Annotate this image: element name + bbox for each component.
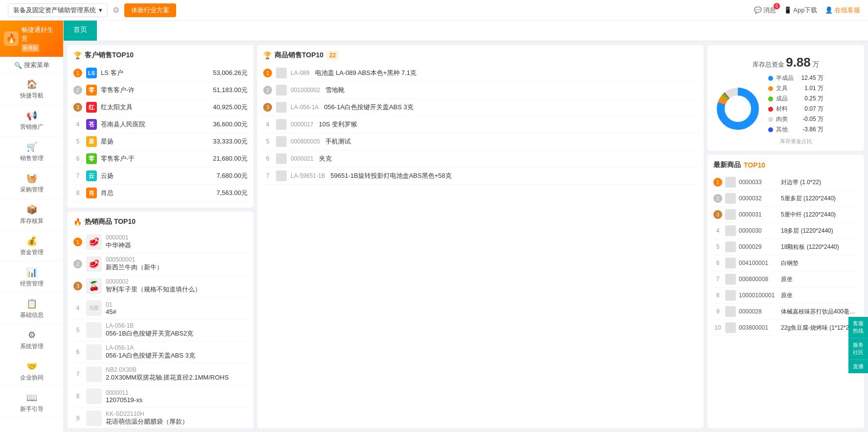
- notification-button[interactable]: 💬 消息 6: [754, 6, 777, 15]
- sidebar-item-purchase[interactable]: 🧺 采购管理: [0, 168, 63, 199]
- customer-amount: 21,680.00元: [213, 154, 248, 163]
- rank-number: 4: [263, 121, 272, 128]
- rank-number: 3: [73, 103, 82, 112]
- right-panel: 库存总资金 9.88 万: [708, 45, 864, 428]
- sidebar-item-basic[interactable]: 📋 基础信息: [0, 293, 63, 325]
- rank-number: 8: [713, 292, 722, 299]
- legend-dot: [768, 117, 773, 122]
- rank-number: 2: [713, 194, 722, 203]
- customer-ranking-card: 🏆 客户销售TOP10 1 LS LS 客户 53,006.26元 2 零: [68, 45, 253, 208]
- notification-badge: 6: [774, 3, 780, 9]
- product-info: LA-59651-1B 59651-1B旋转投影灯电池盒ABS黑色+58克: [291, 171, 698, 180]
- new-products-label: 最新商品: [713, 161, 741, 169]
- sidebar-item-operations[interactable]: 📊 经营管理: [0, 262, 63, 293]
- product-name: 5厘中纤 (1220*2440): [781, 211, 858, 219]
- sidebar-item-marketing[interactable]: 📢 营销推广: [0, 105, 63, 137]
- system-selector[interactable]: 装备及固定资产辅助管理系统 ▾: [8, 3, 108, 17]
- product-code: 0000030: [739, 227, 778, 234]
- legend-name: 材料: [776, 105, 794, 113]
- sidebar-item-inventory[interactable]: 📦 库存核算: [0, 199, 63, 231]
- app-download-button[interactable]: 📱 App下载: [784, 6, 817, 15]
- sidebar-item-sales[interactable]: 🛒 销售管理: [0, 137, 63, 168]
- legend-item: 成品 0.25 万: [768, 95, 823, 103]
- product-image: 🍒: [86, 278, 102, 294]
- legend-value: 12.45 万: [797, 74, 823, 82]
- content-area: 首页 🏆 客户销售TOP10 1 LS LS 客户: [64, 21, 868, 432]
- goods-ranking-title: 🏆 商品销售TOP10 22: [263, 51, 698, 60]
- product-code: 0000033: [739, 179, 778, 186]
- live-button[interactable]: 直播: [848, 360, 868, 373]
- product-name: 原坐: [781, 275, 858, 284]
- basic-icon: 📋: [26, 298, 37, 309]
- rank-number: 7: [73, 371, 82, 378]
- product-info: 0000001 中华神器: [106, 234, 248, 250]
- sidebar-item-finance[interactable]: 💰 资金管理: [0, 231, 63, 262]
- inventory-label: 库存总资金: [753, 61, 784, 68]
- customer-name: 云扬: [101, 171, 212, 180]
- product-code: 0000032: [739, 195, 778, 202]
- legend-item: 文具 1.01 万: [768, 84, 823, 93]
- sidebar-item-search[interactable]: 🔍 搜索菜单: [0, 57, 63, 74]
- table-row: 5 000800005 手机测试: [263, 133, 698, 150]
- product-code: 0000002: [106, 278, 248, 285]
- goods-ranking-card: 🏆 商品销售TOP10 22 1 LA-089 电池盖 LA-089 ABS本色…: [257, 45, 704, 428]
- product-info: KK-SD22110H 花语萌信温分腮腊袋（厚款）: [106, 410, 248, 426]
- legend-value: 1.01 万: [797, 84, 823, 93]
- legend-name: 文具: [776, 84, 794, 93]
- list-item: 2 🥩 000500001 新西兰牛肉（新牛）: [73, 253, 248, 275]
- online-service-button[interactable]: 👤 在线客服: [825, 6, 860, 15]
- rank-number: 5: [263, 138, 272, 145]
- legend-dot: [768, 86, 773, 91]
- product-image: [86, 322, 102, 338]
- sidebar-item-enterprise[interactable]: 🤝 企业协同: [0, 356, 63, 387]
- customer-amount: 7,680.00元: [216, 171, 248, 180]
- customer-amount: 7,563.00元: [216, 189, 248, 197]
- legend-name: 其他: [776, 125, 794, 134]
- product-info: 0000011 12070519-xs: [106, 389, 248, 404]
- sidebar-basic-label: 基础信息: [20, 311, 44, 319]
- product-info: LA-056-1A 056-1A白色按键开关盖ABS 3克: [291, 103, 698, 112]
- mid-panel: 🏆 商品销售TOP10 22 1 LA-089 电池盖 LA-089 ABS本色…: [257, 45, 704, 428]
- sidebar-item-system[interactable]: ⚙ 系统管理: [0, 325, 63, 356]
- list-item: 5 0000029 18颗粒板 (1220*2440): [713, 239, 858, 255]
- gear-icon[interactable]: ⚙: [113, 5, 119, 15]
- product-image: [86, 366, 102, 382]
- customer-name: 苍南县人民医院: [101, 120, 209, 129]
- customer-amount: 40,925.00元: [213, 103, 248, 112]
- list-item: 9 KK-SD22110H 花语萌信温分腮腊袋（厚款）: [73, 408, 248, 428]
- newbie-icon: 📖: [26, 392, 37, 403]
- system-icon: ⚙: [28, 330, 36, 340]
- list-item: 9 0000028 体械嘉枝味苏打饮品400毫升 (1*15): [713, 304, 858, 320]
- product-code: 000800008: [739, 276, 778, 283]
- table-row: 7 云 云扬 7,680.00元: [73, 168, 248, 185]
- customer-ranking-title: 🏆 客户销售TOP10: [73, 51, 248, 60]
- product-code: LA-056-1A: [106, 344, 248, 351]
- sidebar-marketing-label: 营销推广: [20, 123, 44, 131]
- product-name: 体械嘉枝味苏打饮品400毫升 (1*15): [781, 308, 858, 316]
- header-right-actions: 💬 消息 6 📱 App下载 👤 在线客服: [754, 6, 860, 15]
- customer-name: 肖总: [101, 189, 212, 197]
- customer-service-button[interactable]: 客服热线: [848, 317, 868, 338]
- avatar: 红: [86, 102, 97, 113]
- product-code: 10000100001: [739, 292, 778, 299]
- product-name: 5厘多层 (1220*2440): [781, 194, 858, 203]
- product-code: 003800001: [739, 324, 778, 331]
- avatar: 零: [86, 85, 97, 96]
- customer-name: 零售客户-许: [101, 86, 209, 95]
- service-community-button[interactable]: 服务社区: [848, 338, 868, 360]
- goods-trophy-icon: 🏆: [263, 51, 272, 59]
- rank-number: 1: [713, 178, 722, 187]
- trial-button[interactable]: 体验行业方案: [124, 3, 176, 17]
- product-name: 18颗粒板 (1220*2440): [781, 243, 858, 251]
- goods-count-badge: 22: [326, 51, 339, 60]
- product-image: 🥩: [86, 234, 102, 250]
- inventory-legend: 半成品 12.45 万 文具 1.01 万 成品 0: [768, 74, 823, 145]
- product-name: 056-1A白色按键开关盖ABS 3克: [106, 351, 248, 360]
- table-row: 1 LS LS 客户 53,006.26元: [73, 65, 248, 82]
- sidebar-item-shortcut[interactable]: 🏠 快捷导航: [0, 74, 63, 105]
- product-icon: [276, 102, 287, 113]
- table-row: 6 0000021 夹克: [263, 150, 698, 168]
- product-name: 22g鱼豆腐-烧烤味 (1*12*20): [781, 324, 858, 332]
- tab-home[interactable]: 首页: [64, 21, 97, 41]
- sidebar-item-newbie[interactable]: 📖 新手引导: [0, 387, 63, 419]
